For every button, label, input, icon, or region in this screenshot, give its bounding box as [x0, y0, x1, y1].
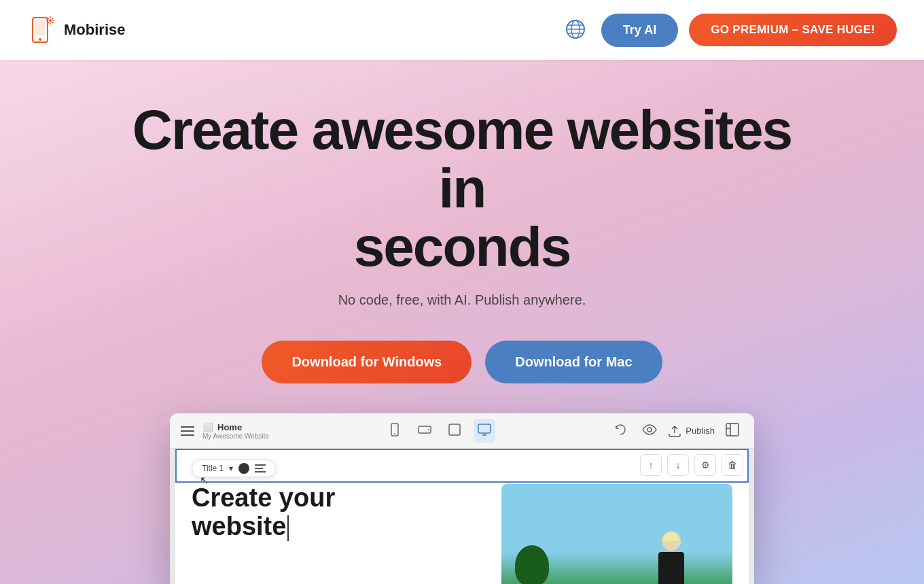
language-button[interactable]	[561, 14, 590, 46]
canvas-content: Title 1 ▾ Create your	[175, 449, 749, 584]
svg-rect-26	[726, 424, 739, 436]
hero-title: Create awesome websites in seconds	[122, 101, 802, 276]
app-toolbar: ⬜ Home My Awesome Website	[170, 413, 754, 449]
page-name: ⬜ Home	[202, 422, 269, 432]
undo-icon	[614, 423, 627, 436]
hero-subtitle: No code, free, with AI. Publish anywhere…	[338, 292, 586, 308]
navbar: Mobirise Try AI GO PREMIUM – SAVE HUGE!	[0, 0, 924, 60]
more-options-btn[interactable]	[722, 419, 743, 443]
globe-icon	[565, 18, 586, 40]
person-hair	[663, 532, 679, 541]
move-down-btn[interactable]: ↓	[667, 454, 689, 476]
svg-rect-22	[478, 424, 491, 433]
move-up-btn[interactable]: ↑	[640, 454, 662, 476]
settings-btn[interactable]: ⚙	[694, 454, 716, 476]
site-name: My Awesome Website	[202, 432, 269, 440]
brand-icon	[27, 15, 57, 45]
svg-rect-21	[449, 424, 460, 435]
publish-icon	[668, 424, 681, 438]
svg-line-10	[52, 18, 53, 19]
desktop-icon	[478, 423, 491, 436]
mobile-landscape-btn[interactable]	[414, 419, 436, 443]
canvas-inner: ↑ ↓ ⚙ 🗑 Title 1 ▾	[175, 449, 749, 584]
mobile-portrait-btn[interactable]	[384, 419, 406, 443]
brand-name: Mobirise	[64, 21, 125, 39]
person-silhouette	[651, 532, 692, 584]
brand-link[interactable]: Mobirise	[27, 15, 125, 45]
delete-btn[interactable]: 🗑	[722, 454, 743, 476]
hero-section: Create awesome websites in seconds No co…	[0, 60, 924, 584]
premium-button[interactable]: GO PREMIUM – SAVE HUGE!	[689, 14, 897, 46]
try-ai-button[interactable]: Try AI	[601, 14, 678, 47]
download-mac-button[interactable]: Download for Mac	[485, 341, 662, 383]
svg-rect-1	[35, 20, 45, 35]
desktop-btn[interactable]	[474, 419, 495, 443]
tablet-btn[interactable]	[444, 419, 465, 443]
svg-point-18	[394, 433, 395, 434]
mobile-portrait-icon	[388, 423, 402, 436]
svg-point-2	[39, 38, 41, 41]
app-preview: ⬜ Home My Awesome Website	[170, 413, 754, 584]
tree-silhouette	[515, 545, 549, 584]
app-canvas: ↑ ↓ ⚙ 🗑 Title 1 ▾	[170, 449, 754, 584]
publish-button[interactable]: Publish	[668, 424, 715, 438]
tree-canopy	[515, 545, 549, 584]
page-icon: ⬜	[202, 422, 213, 432]
mobile-landscape-icon	[418, 423, 431, 436]
toolbar-right: Publish	[609, 418, 743, 443]
mouse-cursor-indicator: ↖	[200, 474, 209, 487]
toolbar-devices	[280, 419, 599, 443]
svg-point-25	[647, 428, 652, 432]
canvas-heading: Create your website	[192, 484, 488, 541]
preview-icon	[642, 422, 657, 437]
align-icon	[255, 464, 266, 473]
color-dot[interactable]	[238, 463, 249, 474]
text-cursor	[287, 515, 289, 541]
svg-line-9	[52, 22, 53, 23]
undo-btn[interactable]	[609, 419, 631, 443]
svg-point-20	[428, 429, 429, 430]
tablet-icon	[448, 423, 461, 436]
more-options-icon	[726, 423, 739, 436]
person-body	[658, 552, 684, 584]
menu-icon[interactable]	[181, 426, 194, 436]
download-windows-button[interactable]: Download for Windows	[262, 341, 472, 383]
hero-buttons: Download for Windows Download for Mac	[262, 341, 662, 383]
canvas-text-area: Title 1 ▾ Create your	[192, 484, 488, 541]
preview-btn[interactable]	[638, 418, 661, 443]
navbar-right: Try AI GO PREMIUM – SAVE HUGE!	[561, 14, 897, 47]
canvas-image	[501, 484, 732, 584]
toolbar-left: ⬜ Home My Awesome Website	[181, 422, 269, 440]
person-head	[662, 532, 681, 551]
svg-point-3	[49, 19, 52, 22]
page-info: ⬜ Home My Awesome Website	[202, 422, 269, 440]
